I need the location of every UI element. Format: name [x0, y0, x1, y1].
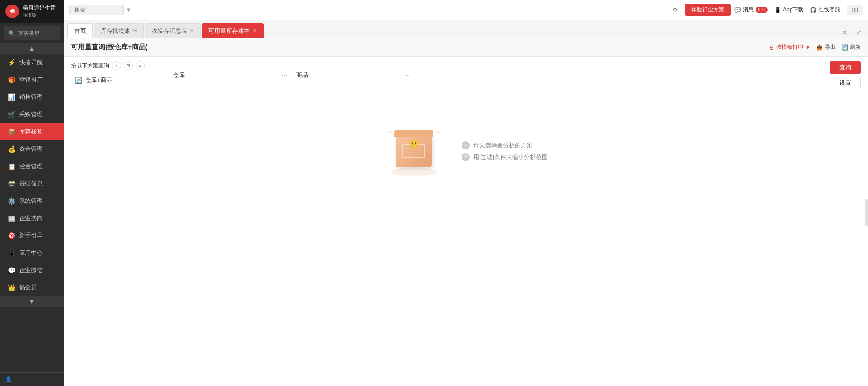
- nav-label-basic: 基础信息: [19, 180, 43, 188]
- page-header: 可用量查询(按仓库+商品) 🖨 按模板打印 ▼ 📤 导出 🔄 刷新: [64, 38, 868, 57]
- add-scheme-btn[interactable]: +: [112, 61, 121, 70]
- operation-icon: 📋: [7, 163, 15, 170]
- goods-field-label: 商品: [296, 71, 308, 79]
- tab-home[interactable]: 首页: [67, 23, 93, 38]
- nav-label-member: 畅会员: [19, 283, 37, 292]
- illustration-box: 😕: [396, 135, 432, 167]
- sidebar-item-purchase[interactable]: 🛒 采购管理: [0, 106, 64, 123]
- warehouse-more-btn[interactable]: ···: [281, 71, 287, 79]
- user-avatar[interactable]: Rit: [847, 5, 863, 15]
- sidebar-header: 畅 畅康通好生意 标准版: [0, 0, 64, 23]
- sidebar: 畅 畅康通好生意 标准版 🔍 搜索菜单 ▲ ⚡ 快捷导航 🎁 营销推广 📊 销售…: [0, 0, 64, 386]
- scroll-up-btn[interactable]: ▲: [0, 43, 64, 54]
- sidebar-item-member[interactable]: 👑 畅会员: [0, 279, 64, 296]
- sidebar-nav: ▲ ⚡ 快捷导航 🎁 营销推广 📊 销售管理 🛒 采购管理 📦 库存核算 💰 资…: [0, 43, 64, 372]
- sidebar-search[interactable]: 🔍 搜索菜单: [4, 26, 60, 40]
- goods-input[interactable]: [312, 70, 403, 80]
- footer-icon: 👤: [5, 376, 12, 382]
- topbar-breadcrumb: ▼: [69, 5, 665, 15]
- export-label: 导出: [825, 43, 836, 51]
- goods-more-btn[interactable]: ···: [405, 71, 411, 79]
- enterprise-icon: 🏢: [7, 215, 15, 222]
- sidebar-item-basic[interactable]: 🗃️ 基础信息: [0, 175, 64, 192]
- sales-icon: 📊: [7, 93, 15, 101]
- tab-batch[interactable]: 库存批次账 ✕: [94, 23, 144, 38]
- print-template-btn[interactable]: 🖨 按模板打印 ▼: [769, 43, 811, 51]
- nav-label-inventory: 库存核算: [19, 128, 43, 136]
- tab-summary-close-icon[interactable]: ✕: [190, 28, 194, 34]
- tab-available-close-icon[interactable]: ✕: [253, 28, 257, 34]
- scheme-label: 仓库+商品: [85, 76, 112, 84]
- tabs-bar: 首页 库存批次账 ✕ 收发存汇总表 ✕ 可用量库存账本 ✕ ✕ ⤢: [64, 20, 868, 38]
- sidebar-item-guide[interactable]: 🎯 新手引导: [0, 227, 64, 244]
- filter-field-goods: 商品 ···: [296, 70, 411, 80]
- settings-btn[interactable]: 设置: [830, 77, 861, 89]
- tab-summary[interactable]: 收发存汇总表 ✕: [145, 23, 201, 38]
- member-icon: 👑: [7, 284, 15, 291]
- tab-available-label: 可用量库存账本: [208, 27, 250, 35]
- refresh-icon: 🔄: [841, 44, 848, 51]
- search-icon: 🔍: [8, 30, 15, 36]
- sidebar-footer[interactable]: 👤: [0, 372, 64, 386]
- service-icon: 🎧: [810, 7, 817, 13]
- shortcut-icon: ⚡: [7, 59, 15, 66]
- basic-icon: 🗃️: [7, 180, 15, 187]
- app-center-icon: 📱: [7, 249, 15, 257]
- filter-section-title: 按以下方案查询 + ⚙ «: [71, 61, 156, 70]
- collapse-btn[interactable]: «: [136, 61, 145, 70]
- box-face-icon: 😕: [409, 139, 419, 149]
- search-label: 搜索菜单: [18, 29, 40, 37]
- sidebar-item-inventory[interactable]: 📦 库存核算: [0, 123, 64, 140]
- nav-label-app-center: 应用中心: [19, 249, 43, 257]
- scroll-indicator: [865, 199, 868, 226]
- sidebar-item-finance[interactable]: 💰 资金管理: [0, 140, 64, 158]
- sidebar-item-app-center[interactable]: 📱 应用中心: [0, 244, 64, 262]
- breadcrumb-input[interactable]: [69, 5, 124, 15]
- online-service-btn[interactable]: 🎧 在线客服: [810, 6, 840, 14]
- empty-tip-2: 2 用[过滤]条件来缩小分析范围: [462, 153, 548, 161]
- topbar-gear-btn[interactable]: ⚙: [669, 4, 681, 16]
- content-area: 可用量查询(按仓库+商品) 🖨 按模板打印 ▼ 📤 导出 🔄 刷新: [64, 38, 868, 386]
- expand-btn[interactable]: ⤢: [853, 27, 864, 38]
- app-icon: 📱: [774, 7, 781, 13]
- purchase-icon: 🛒: [7, 111, 15, 118]
- service-label: 在线客服: [818, 6, 840, 14]
- sidebar-item-marketing[interactable]: 🎁 营销推广: [0, 71, 64, 88]
- message-icon: 💬: [734, 7, 741, 13]
- message-label: 消息: [743, 6, 754, 14]
- illustration-sparkle-right: ~: [435, 126, 441, 138]
- tip-text-1: 请先选择要分析的方案: [473, 141, 533, 149]
- refresh-btn[interactable]: 🔄 刷新: [841, 43, 861, 51]
- message-btn[interactable]: 💬 消息 99+: [734, 6, 768, 14]
- sidebar-item-operation[interactable]: 📋 经营管理: [0, 158, 64, 175]
- user-name: Rit: [851, 7, 858, 13]
- tab-available[interactable]: 可用量库存账本 ✕: [202, 23, 264, 38]
- warehouse-input[interactable]: [188, 70, 279, 80]
- app-download-label: App下载: [783, 6, 803, 14]
- system-icon: ⚙️: [7, 197, 15, 205]
- sidebar-item-system[interactable]: ⚙️ 系统管理: [0, 192, 64, 210]
- query-btn[interactable]: 查询: [830, 61, 861, 74]
- sidebar-item-wechat[interactable]: 💬 企业微信: [0, 262, 64, 279]
- sidebar-item-shortcut[interactable]: ⚡ 快捷导航: [0, 54, 64, 71]
- export-icon: 📤: [816, 44, 823, 51]
- empty-illustration: 😕 ~ ~: [384, 122, 443, 181]
- warehouse-field-label: 仓库: [173, 71, 185, 79]
- marketing-icon: 🎁: [7, 76, 15, 83]
- guide-icon: 🎯: [7, 232, 15, 239]
- sidebar-item-sales[interactable]: 📊 销售管理: [0, 88, 64, 106]
- app-download-btn[interactable]: 📱 App下载: [774, 6, 803, 14]
- sidebar-item-enterprise[interactable]: 🏢 企业协同: [0, 210, 64, 227]
- scheme-settings-btn[interactable]: ⚙: [124, 61, 133, 70]
- app-title: 畅康通好生意: [23, 5, 56, 12]
- nav-label-purchase: 采购管理: [19, 110, 43, 118]
- scheme-warehouse-goods[interactable]: 🔄 仓库+商品: [71, 74, 156, 87]
- print-icon: 🖨: [769, 44, 774, 51]
- close-tab-btn[interactable]: ✕: [839, 27, 850, 38]
- export-btn[interactable]: 📤 导出: [816, 43, 836, 51]
- illustration-lid: [394, 130, 433, 137]
- nav-label-sales: 销售管理: [19, 93, 43, 101]
- scroll-down-btn[interactable]: ▼: [0, 296, 64, 307]
- tab-batch-close-icon[interactable]: ✕: [133, 28, 137, 34]
- trial-industry-btn[interactable]: 体验行业方案: [685, 4, 731, 16]
